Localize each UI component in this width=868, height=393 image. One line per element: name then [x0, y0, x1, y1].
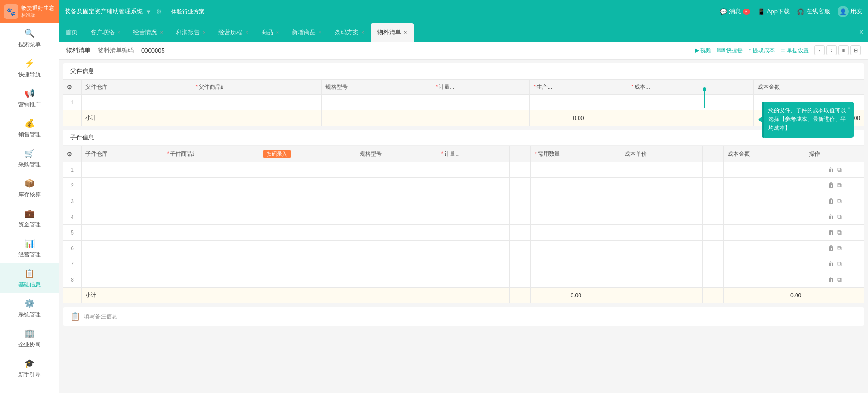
tab-operation[interactable]: 经营情况 × — [127, 23, 169, 42]
child-row-1-unit-cost[interactable] — [621, 162, 703, 178]
tab-goods-close[interactable]: × — [276, 30, 279, 35]
sidebar-item-marketing[interactable]: 📢 营销推广 — [0, 83, 59, 113]
delete-icon-2[interactable]: 🗑 — [828, 181, 834, 189]
user-btn[interactable]: 👤 用友 — [838, 6, 862, 17]
next-btn[interactable]: › — [826, 45, 837, 55]
copy-icon-8[interactable]: ⧉ — [837, 276, 842, 284]
delete-icon-5[interactable]: 🗑 — [828, 229, 834, 236]
notes-placeholder[interactable]: 填写备注信息 — [84, 313, 117, 320]
sidebar-item-quick-nav[interactable]: ⚡ 快捷导航 — [0, 53, 59, 83]
grid-btn[interactable]: ≡ — [838, 45, 849, 55]
child-row-1-unit[interactable] — [437, 162, 510, 178]
finance-icon: 💼 — [24, 208, 35, 219]
keyboard-icon: ⌨ — [717, 47, 725, 54]
sidebar-item-finance[interactable]: 💼 资金管理 — [0, 203, 59, 233]
child-row-1-action: 🗑 ⧉ — [805, 162, 864, 178]
settings-icon[interactable]: ⚙ — [156, 8, 162, 15]
bottom-section: 📋 填写备注信息 — [63, 307, 864, 326]
delete-icon-4[interactable]: 🗑 — [828, 213, 834, 221]
tab-goods[interactable]: 商品 × — [255, 23, 285, 42]
prev-btn[interactable]: ‹ — [814, 45, 825, 55]
sidebar-item-search[interactable]: 🔍 搜索菜单 — [0, 23, 59, 53]
search-icon: 🔍 — [24, 28, 35, 39]
copy-icon-6[interactable]: ⧉ — [837, 244, 842, 252]
scan-btn[interactable]: 扫码录入 — [263, 150, 291, 158]
tab-operation-close[interactable]: × — [160, 30, 163, 35]
child-row-1-goods[interactable] — [163, 162, 259, 178]
sidebar-item-purchase[interactable]: 🛒 采购管理 — [0, 143, 59, 173]
view-action[interactable]: ▶ 视频 — [695, 47, 711, 54]
main-content: 装备及固定资产辅助管理系统 ▼ ⚙ 体验行业方案 💬 消息 6 📱 App下载 … — [59, 0, 868, 393]
code-value: 0000005 — [141, 47, 165, 54]
shortcut-action[interactable]: ⌨ 快捷键 — [717, 47, 743, 54]
delete-icon-8[interactable]: 🗑 — [828, 276, 834, 284]
child-col-unit-cost: 成本单价 — [621, 146, 703, 162]
delete-icon-7[interactable]: 🗑 — [828, 260, 834, 268]
parent-row-1-warehouse[interactable] — [82, 95, 192, 110]
child-col-extra — [510, 146, 531, 162]
tab-profit-close[interactable]: × — [203, 30, 205, 35]
delete-icon-6[interactable]: 🗑 — [828, 244, 834, 252]
online-service-btn[interactable]: 🎧 在线客服 — [797, 7, 830, 16]
parent-subtotal-col1: 小计 — [82, 110, 192, 126]
parent-row-1-goods[interactable] — [192, 95, 321, 110]
close-all-tabs[interactable]: × — [855, 28, 868, 36]
tab-customer[interactable]: 客户联络 × — [84, 23, 127, 42]
sidebar-item-basic-info[interactable]: 📋 基础信息 — [0, 263, 59, 293]
parent-col-settings[interactable]: ⚙ — [63, 80, 82, 95]
tab-barcode[interactable]: 条码方案 × — [328, 23, 371, 42]
sidebar-item-enterprise[interactable]: 🏢 企业协同 — [0, 323, 59, 353]
child-col-extra2 — [702, 146, 723, 162]
tab-bom-close[interactable]: × — [404, 30, 407, 35]
child-row-6-action: 🗑⧉ — [805, 241, 864, 256]
delete-icon-3[interactable]: 🗑 — [828, 197, 834, 205]
tab-history[interactable]: 经营历程 × — [212, 23, 254, 42]
tab-bom[interactable]: 物料清单 × — [371, 23, 413, 42]
child-row-1-warehouse[interactable] — [82, 162, 163, 178]
tab-barcode-close[interactable]: × — [362, 30, 364, 35]
copy-icon-5[interactable]: ⧉ — [837, 229, 842, 236]
parent-row-1-cost[interactable] — [627, 95, 725, 110]
parent-row-1-produce[interactable] — [530, 95, 627, 110]
tooltip-text: 您的父件、子件的成本取值可以选择【参考成本、最新进价、平均成本】 — [768, 107, 846, 131]
tab-profit[interactable]: 利润报告 × — [169, 23, 212, 42]
parent-row-1-spec[interactable] — [322, 95, 432, 110]
purchase-icon: 🛒 — [24, 148, 35, 159]
copy-icon-7[interactable]: ⧉ — [837, 260, 842, 268]
extract-cost-action[interactable]: ↑ 提取成本 — [748, 47, 775, 54]
copy-icon-1[interactable]: ⧉ — [837, 166, 842, 174]
parent-col-goods: *父件商品ℹ — [192, 80, 321, 95]
tab-new-goods[interactable]: 新增商品 × — [285, 23, 328, 42]
message-btn[interactable]: 💬 消息 6 — [720, 7, 750, 16]
parent-subtotal-col4 — [432, 110, 530, 126]
list-btn[interactable]: ⊞ — [850, 45, 861, 55]
operation-icon: 📊 — [24, 238, 35, 249]
parent-row-1-unit[interactable] — [432, 95, 530, 110]
tooltip-close-btn[interactable]: × — [847, 104, 850, 113]
child-row-6: 6 🗑⧉ — [63, 241, 864, 256]
logo-icon: 🐾 — [4, 4, 18, 19]
child-row-5: 5 🗑⧉ — [63, 225, 864, 241]
app-download-btn[interactable]: 📱 App下载 — [758, 7, 790, 16]
tab-customer-close[interactable]: × — [117, 30, 120, 35]
tab-history-close[interactable]: × — [245, 30, 248, 35]
tab-new-goods-close[interactable]: × — [319, 30, 321, 35]
sidebar-item-inventory[interactable]: 📦 库存核算 — [0, 173, 59, 203]
sidebar-item-operation[interactable]: 📊 经营管理 — [0, 233, 59, 263]
tab-home[interactable]: 首页 — [59, 23, 84, 42]
child-col-settings[interactable]: ⚙ — [63, 146, 82, 162]
parent-row-1: 1 — [63, 95, 864, 110]
delete-icon-1[interactable]: 🗑 — [828, 166, 834, 174]
copy-icon-2[interactable]: ⧉ — [837, 181, 842, 189]
single-setting-action[interactable]: ☰ 单据设置 — [780, 47, 809, 54]
copy-icon-3[interactable]: ⧉ — [837, 197, 842, 205]
trial-btn[interactable]: 体验行业方案 — [166, 6, 210, 18]
sidebar-item-sales[interactable]: 💰 销售管理 — [0, 113, 59, 143]
child-row-1-qty[interactable] — [531, 162, 621, 178]
sidebar-item-system[interactable]: ⚙️ 系统管理 — [0, 293, 59, 323]
copy-icon-4[interactable]: ⧉ — [837, 213, 842, 221]
sidebar-item-guide[interactable]: 🎓 新手引导 — [0, 353, 59, 383]
parent-col-spec: 规格型号 — [322, 80, 432, 95]
child-row-1-spec[interactable] — [356, 162, 437, 178]
child-row-4: 4 🗑⧉ — [63, 209, 864, 225]
